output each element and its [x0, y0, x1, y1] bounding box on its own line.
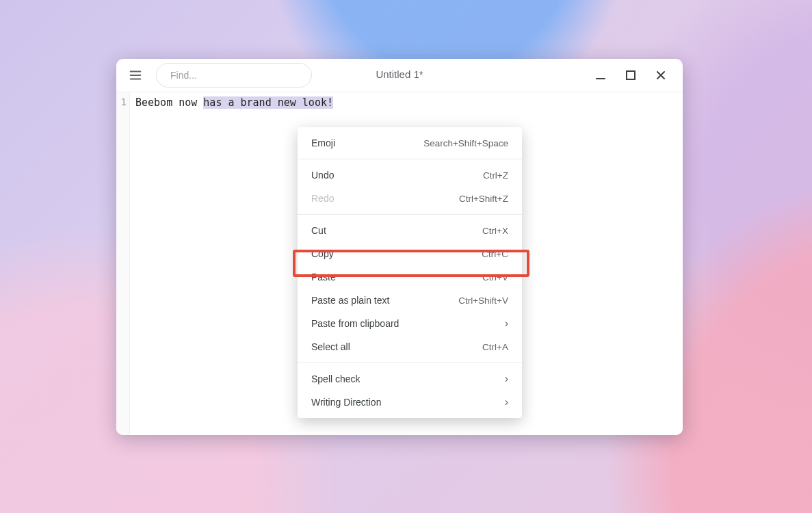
menu-item-shortcut: Search+Shift+Space — [423, 138, 508, 148]
window-titlebar: Untitled 1* — [116, 59, 683, 92]
window-controls — [594, 68, 672, 82]
line-number-gutter: 1 — [116, 92, 130, 435]
menu-item-label: Emoji — [311, 137, 335, 148]
menu-item-shortcut: Ctrl+C — [482, 249, 508, 259]
menu-separator — [298, 363, 522, 363]
menu-item-emoji[interactable]: EmojiSearch+Shift+Space — [298, 131, 522, 155]
menu-item-paste[interactable]: PasteCtrl+V — [298, 265, 522, 289]
text-plain: Beebom now — [135, 96, 203, 109]
menu-item-label: Select all — [311, 341, 350, 352]
menu-item-label: Spell check — [311, 373, 361, 384]
menu-item-undo[interactable]: UndoCtrl+Z — [298, 163, 522, 187]
menu-item-shortcut: Ctrl+A — [482, 342, 508, 352]
menu-separator — [298, 159, 522, 159]
menu-item-label: Paste from clipboard — [311, 318, 399, 329]
menu-item-label: Undo — [311, 170, 334, 181]
menu-item-writing-direction[interactable]: Writing Direction› — [298, 391, 522, 414]
menu-item-label: Redo — [311, 193, 334, 204]
menu-item-label: Paste as plain text — [311, 295, 389, 306]
menu-item-redo: RedoCtrl+Shift+Z — [298, 187, 522, 210]
menu-item-spell-check[interactable]: Spell check› — [298, 367, 522, 391]
menu-item-shortcut: Ctrl+V — [482, 272, 508, 282]
menu-item-select-all[interactable]: Select allCtrl+A — [298, 335, 522, 358]
minimize-button[interactable] — [594, 68, 607, 82]
menu-item-label: Paste — [311, 272, 336, 282]
find-field[interactable] — [156, 63, 312, 88]
svg-rect-0 — [627, 71, 635, 79]
menu-item-shortcut: Ctrl+Shift+Z — [459, 194, 508, 204]
menu-item-paste-from-clipboard[interactable]: Paste from clipboard› — [298, 312, 522, 335]
text-selection: has a brand new look! — [203, 96, 333, 109]
menu-item-label: Cut — [311, 225, 326, 236]
menu-hamburger-icon[interactable] — [127, 67, 144, 83]
menu-item-paste-as-plain-text[interactable]: Paste as plain textCtrl+Shift+V — [298, 289, 522, 312]
menu-item-copy[interactable]: CopyCtrl+C — [298, 242, 522, 265]
chevron-right-icon: › — [505, 373, 508, 384]
find-input[interactable] — [169, 69, 299, 81]
menu-item-label: Copy — [311, 248, 334, 259]
menu-item-shortcut: Ctrl+Shift+V — [458, 295, 508, 306]
chevron-right-icon: › — [505, 397, 508, 408]
menu-item-shortcut: Ctrl+X — [482, 226, 508, 236]
chevron-right-icon: › — [505, 318, 508, 329]
line-number: 1 — [116, 96, 127, 107]
menu-item-cut[interactable]: CutCtrl+X — [298, 219, 522, 242]
menu-item-label: Writing Direction — [311, 397, 381, 408]
maximize-button[interactable] — [624, 68, 638, 82]
close-button[interactable] — [654, 68, 668, 82]
context-menu: EmojiSearch+Shift+SpaceUndoCtrl+ZRedoCtr… — [298, 127, 522, 418]
menu-separator — [298, 214, 522, 215]
menu-item-shortcut: Ctrl+Z — [483, 170, 508, 181]
